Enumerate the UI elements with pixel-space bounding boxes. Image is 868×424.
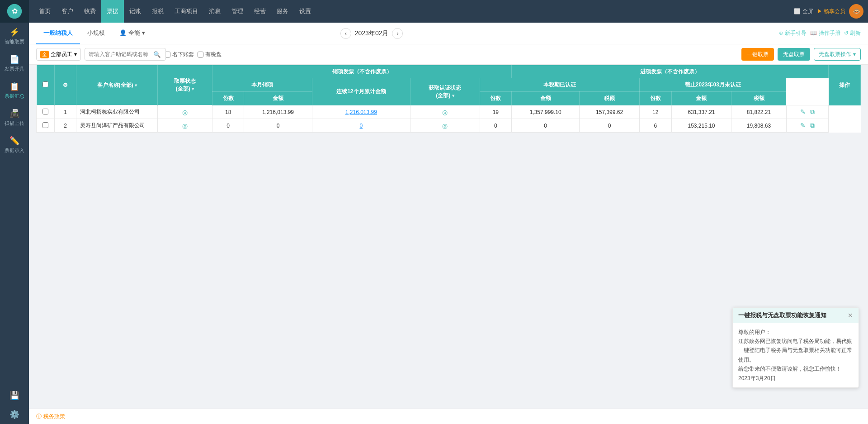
sidebar-item-scan-upload[interactable]: 📠 扫描上传 bbox=[0, 104, 29, 131]
th-retrieve-status: 取票状态(全部) ▾ bbox=[158, 65, 212, 105]
row-uncert-tax-0: 81,822.21 bbox=[731, 105, 786, 119]
row-month-count-0: 18 bbox=[212, 105, 244, 119]
all-tab-icon: 👤 bbox=[119, 29, 127, 36]
notification-line: 尊敬的用户： bbox=[738, 328, 853, 337]
notification-body: 尊敬的用户：江苏政务网已恢复访问电子税务局功能，易代账一键登陆电子税务局与无盘取… bbox=[733, 323, 859, 387]
row-num-1: 2 bbox=[55, 119, 76, 133]
current-date: 2023年02月 bbox=[355, 29, 389, 38]
row-checkbox-cell-0 bbox=[37, 105, 55, 119]
new-guide-link[interactable]: ⊕ 新手引导 bbox=[779, 29, 807, 37]
row-this-period-amount-0: 1,357,999.10 bbox=[512, 105, 580, 119]
nav-business[interactable]: 工商项目 bbox=[169, 0, 203, 23]
th-cert-status: 获取认证状态(全部) ▾ bbox=[410, 78, 480, 105]
tax-disk-checkbox-label[interactable]: 有税盘 bbox=[198, 51, 222, 58]
th-this-period-certified: 本税期已认证 bbox=[480, 78, 639, 92]
scan-upload-icon: 📠 bbox=[9, 109, 19, 119]
th-purchase-invoice-group: 进项发票（不含作废票） bbox=[512, 65, 829, 79]
th-month-count: 份数 bbox=[212, 92, 244, 105]
row-num-0: 1 bbox=[55, 105, 76, 119]
footer-label[interactable]: 税务政策 bbox=[43, 413, 65, 420]
nav-settings[interactable]: 设置 bbox=[294, 0, 316, 23]
sidebar-item-issue-invoice[interactable]: 📄 发票开具 bbox=[0, 50, 29, 77]
notification-line: 江苏政务网已恢复访问电子税务局功能，易代账一键登陆电子税务局与无盘取票相关功能可… bbox=[738, 337, 853, 364]
nav-tax[interactable]: 报税 bbox=[146, 0, 169, 23]
no-disk-retrieve-btn[interactable]: 无盘取票 bbox=[778, 48, 810, 61]
fullscreen-btn[interactable]: ⬜ 全屏 bbox=[794, 8, 813, 15]
sidebar-item-help[interactable]: ⚙️ bbox=[9, 405, 19, 424]
toolbar: 全 全部员工 ▾ 🔍 名下账套 有税盘 一键取票 无盘取票 无盘取票操作 bbox=[29, 44, 868, 65]
nav-invoice[interactable]: 票据 bbox=[101, 0, 124, 23]
sidebar-item-smart-retrieve[interactable]: ⚡ 智能取票 bbox=[0, 23, 29, 50]
row-this-period-tax-0: 157,399.62 bbox=[580, 105, 640, 119]
sidebar-item-download[interactable]: 💾 bbox=[9, 386, 19, 405]
avatar[interactable]: 🐵 bbox=[849, 4, 863, 19]
copy-icon-0[interactable]: ⧉ bbox=[810, 108, 815, 115]
issue-invoice-icon: 📄 bbox=[9, 54, 19, 64]
th-client-name: 客户名称(全部) ▾ bbox=[76, 65, 158, 105]
prev-date-btn[interactable]: ‹ bbox=[340, 28, 351, 39]
tab-all[interactable]: 👤 全能 ▾ bbox=[112, 23, 152, 44]
nav-service[interactable]: 服务 bbox=[271, 0, 294, 23]
row-month-amount-0: 1,216,013.99 bbox=[244, 105, 312, 119]
toolbar-right: 一键取票 无盘取票 无盘取票操作 ▾ bbox=[741, 48, 861, 61]
th-this-period-tax: 税额 bbox=[580, 92, 640, 105]
nav-home[interactable]: 首页 bbox=[33, 0, 56, 23]
th-sales-invoice-group: 销项发票（不含作废票） bbox=[212, 65, 511, 79]
row-uncert-tax-1: 19,808.63 bbox=[731, 119, 786, 133]
nav-right: ⬜ 全屏 ▶ 畅享会员 🐵 bbox=[794, 4, 863, 19]
employee-select[interactable]: 全 全部员工 ▾ bbox=[36, 48, 81, 61]
employee-label: 全部员工 bbox=[51, 51, 72, 58]
sidebar-item-invoice-summary[interactable]: 📋 票据汇总 bbox=[0, 77, 29, 104]
svg-text:✿: ✿ bbox=[12, 7, 18, 15]
notification-close-btn[interactable]: ✕ bbox=[848, 312, 853, 319]
notification-popup: 一键报税与无盘取票功能恢复通知 ✕ 尊敬的用户：江苏政务网已恢复访问电子税务局功… bbox=[732, 307, 859, 388]
footer-info-icon: ⓘ bbox=[36, 413, 42, 420]
th-uncert-tax: 税额 bbox=[731, 92, 786, 105]
row-retrieve-status-1: ◎ bbox=[158, 119, 212, 133]
main-table: ⚙ 客户名称(全部) ▾ 取票状态(全部) ▾ 销项发票（不含作废票） 进项发票… bbox=[36, 65, 861, 133]
row-cert-status-0: ◎ bbox=[410, 105, 480, 119]
nav-client[interactable]: 客户 bbox=[56, 0, 79, 23]
notification-line: 2023年3月20日 bbox=[738, 374, 853, 383]
nav-operation[interactable]: 经营 bbox=[249, 0, 271, 23]
row-checkbox-0[interactable] bbox=[42, 109, 48, 114]
row-month-amount-1: 0 bbox=[244, 119, 312, 133]
row-uncert-amount-1: 153,215.10 bbox=[671, 119, 731, 133]
search-button[interactable]: 🔍 bbox=[153, 51, 161, 58]
notification-header: 一键报税与无盘取票功能恢复通知 ✕ bbox=[733, 308, 859, 323]
manual-link[interactable]: 📖 操作手册 bbox=[810, 29, 840, 37]
tab-general-taxpayer[interactable]: 一般纳税人 bbox=[36, 23, 80, 44]
tab-small-scale[interactable]: 小规模 bbox=[80, 23, 112, 44]
tab-date-nav: ‹ 2023年02月 › bbox=[340, 28, 403, 39]
nav-message[interactable]: 消息 bbox=[203, 0, 226, 23]
row-retrieve-status-0: ◎ bbox=[158, 105, 212, 119]
edit-icon-1[interactable]: ✎ bbox=[800, 122, 806, 129]
account-checkbox-label[interactable]: 名下账套 bbox=[165, 51, 194, 58]
member-btn[interactable]: ▶ 畅享会员 bbox=[817, 8, 845, 15]
nav-management[interactable]: 管理 bbox=[226, 0, 249, 23]
select-all-checkbox[interactable] bbox=[42, 81, 48, 87]
nav-bookkeeping[interactable]: 记账 bbox=[124, 0, 146, 23]
refresh-link[interactable]: ↺ 刷新 bbox=[844, 29, 861, 37]
row-uncert-count-1: 6 bbox=[639, 119, 671, 133]
th-uncertified: 截止2023年03月未认证 bbox=[639, 78, 786, 92]
one-key-retrieve-btn[interactable]: 一键取票 bbox=[741, 48, 774, 61]
download-icon: 💾 bbox=[9, 391, 19, 400]
row-uncert-amount-0: 631,337.21 bbox=[671, 105, 731, 119]
sidebar-item-invoice-entry[interactable]: ✏️ 票据录入 bbox=[0, 131, 29, 158]
row-client-1: 灵寿县尚泽矿产品有限公司 bbox=[76, 119, 158, 133]
no-disk-ops-btn[interactable]: 无盘取票操作 ▾ bbox=[814, 48, 861, 61]
row-this-period-amount-1: 0 bbox=[512, 119, 580, 133]
tax-disk-checkbox[interactable] bbox=[198, 52, 203, 57]
row-checkbox-cell-1 bbox=[37, 119, 55, 133]
row-checkbox-1[interactable] bbox=[42, 122, 48, 128]
th-checkbox bbox=[37, 65, 55, 105]
copy-icon-1[interactable]: ⧉ bbox=[810, 122, 815, 129]
dropdown-arrow-icon: ▾ bbox=[853, 51, 856, 57]
table-row: 1 河北柯搭栋实业有限公司 ◎ 18 1,216,013.99 1,216,01… bbox=[37, 105, 861, 119]
all-tab-dropdown-icon: ▾ bbox=[142, 29, 145, 36]
edit-icon-0[interactable]: ✎ bbox=[800, 108, 806, 115]
next-date-btn[interactable]: › bbox=[392, 28, 403, 39]
nav-collection[interactable]: 收费 bbox=[79, 0, 101, 23]
th-month-sales: 本月销项 bbox=[212, 78, 312, 92]
